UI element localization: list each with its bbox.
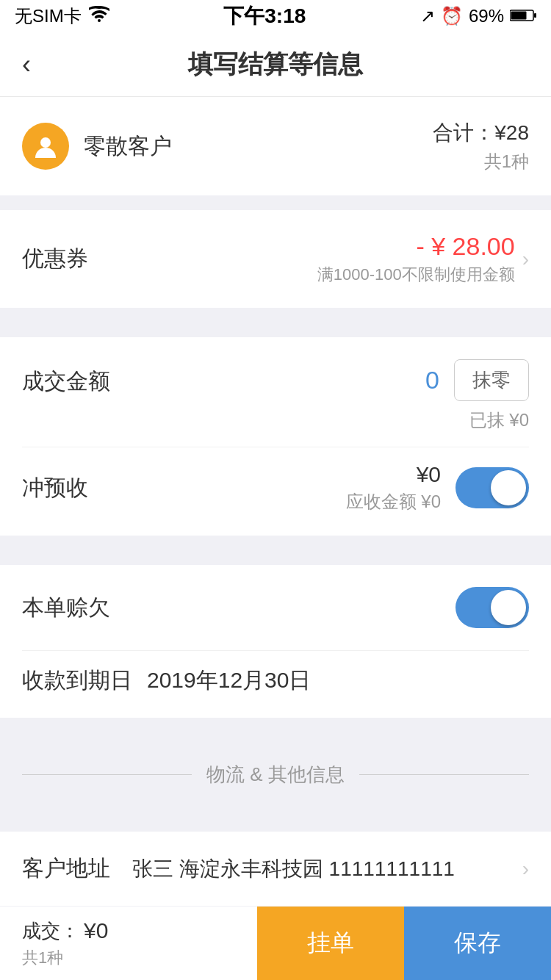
bottom-count: 共1种: [22, 947, 235, 969]
logistics-line-right: [359, 774, 529, 775]
prepay-amounts: ¥0 应收金额 ¥0: [346, 462, 441, 514]
customer-total: 合计：¥28: [433, 119, 529, 147]
coupon-info: - ¥ 28.00 满1000-100不限制使用金额: [317, 232, 515, 286]
due-date-row: 收款到期日 2019年12月30日: [0, 651, 551, 718]
customer-count: 共1种: [433, 150, 529, 173]
logistics-line: 物流 & 其他信息: [22, 762, 529, 788]
location-icon: ↗: [420, 6, 435, 26]
bottom-bar: 成交： ¥0 共1种 挂单 保存: [0, 907, 551, 980]
chevron-right-icon: ›: [522, 248, 529, 271]
no-sim-label: 无SIM卡: [15, 4, 82, 28]
logistics-line-left: [22, 774, 192, 775]
amount-value[interactable]: 0: [425, 366, 439, 394]
battery-icon: [510, 6, 536, 26]
coupon-row[interactable]: 优惠券 - ¥ 28.00 满1000-100不限制使用金额 ›: [0, 210, 551, 308]
address-section: 客户地址 张三 海淀永丰科技园 11111111111 ›: [0, 832, 551, 906]
customer-row: 零散客户 合计：¥28 共1种: [0, 97, 551, 195]
customer-info: 零散客户: [22, 123, 172, 170]
wifi-icon: [89, 6, 109, 26]
address-value: 张三 海淀永丰科技园 11111111111: [132, 855, 522, 883]
status-bar: 无SIM卡 下午3:18 ↗ ⏰ 69%: [0, 0, 551, 32]
gray-separator-3: [0, 732, 551, 747]
coupon-desc: 满1000-100不限制使用金额: [317, 264, 515, 286]
round-button[interactable]: 抹零: [454, 359, 529, 401]
battery-label: 69%: [469, 6, 504, 26]
coupon-discount: - ¥ 28.00: [317, 232, 515, 261]
coupon-section: 优惠券 - ¥ 28.00 满1000-100不限制使用金额 ›: [0, 210, 551, 308]
credit-toggle-knob: [491, 590, 526, 625]
credit-label: 本单赊欠: [22, 593, 110, 623]
customer-avatar: [22, 123, 69, 170]
status-left: 无SIM卡: [15, 4, 109, 28]
coupon-label: 优惠券: [22, 244, 88, 274]
prepay-toggle[interactable]: [455, 467, 529, 508]
logistics-label: 物流 & 其他信息: [206, 762, 345, 788]
amount-right: 0 抹零: [425, 359, 529, 401]
gray-separator-1: [0, 323, 551, 337]
back-button[interactable]: ‹: [22, 49, 31, 80]
nav-bar: ‹ 填写结算等信息: [0, 32, 551, 97]
prepay-right: ¥0 应收金额 ¥0: [346, 462, 529, 514]
address-chevron-icon: ›: [522, 857, 529, 881]
due-date-value[interactable]: 2019年12月30日: [147, 666, 311, 696]
deal-value: ¥0: [84, 918, 108, 943]
due-date-label: 收款到期日: [22, 666, 132, 696]
transaction-section: 成交金额 0 抹零 已抹 ¥0 冲预收 ¥0 应收金额 ¥0: [0, 337, 551, 536]
credit-toggle[interactable]: [455, 587, 529, 628]
logistics-section: 物流 & 其他信息: [0, 747, 551, 802]
address-label: 客户地址: [22, 854, 110, 884]
amount-sub: 已抹 ¥0: [0, 408, 551, 447]
page-title: 填写结算等信息: [188, 48, 363, 82]
prepay-row: 冲预收 ¥0 应收金额 ¥0: [0, 447, 551, 536]
credit-row: 本单赊欠: [0, 565, 551, 650]
deal-amount-row: 成交： ¥0: [22, 918, 235, 944]
gray-separator-4: [0, 817, 551, 832]
customer-name: 零散客户: [84, 131, 172, 162]
status-right: ↗ ⏰ 69%: [420, 6, 536, 26]
coupon-right: - ¥ 28.00 满1000-100不限制使用金额 ›: [317, 232, 529, 286]
deal-label: 成交：: [22, 918, 79, 944]
alarm-icon: ⏰: [441, 6, 463, 26]
customer-total-info: 合计：¥28 共1种: [433, 119, 529, 173]
prepay-label: 冲预收: [22, 473, 88, 503]
toggle-knob: [491, 470, 526, 505]
save-button[interactable]: 保存: [404, 907, 551, 980]
bottom-info: 成交： ¥0 共1种: [0, 918, 257, 969]
gray-separator-2: [0, 550, 551, 565]
svg-rect-2: [511, 12, 526, 20]
svg-rect-1: [534, 13, 536, 18]
status-time: 下午3:18: [223, 2, 306, 30]
prepay-amount: ¥0: [346, 462, 441, 487]
customer-section: 零散客户 合计：¥28 共1种: [0, 97, 551, 195]
svg-point-3: [40, 137, 51, 148]
prepay-receivable: 应收金额 ¥0: [346, 490, 441, 514]
amount-row: 成交金额 0 抹零: [0, 337, 551, 408]
address-row[interactable]: 客户地址 张三 海淀永丰科技园 11111111111 ›: [0, 832, 551, 906]
credit-section: 本单赊欠 收款到期日 2019年12月30日: [0, 565, 551, 718]
hold-button[interactable]: 挂单: [257, 907, 404, 980]
amount-label: 成交金额: [22, 367, 110, 397]
